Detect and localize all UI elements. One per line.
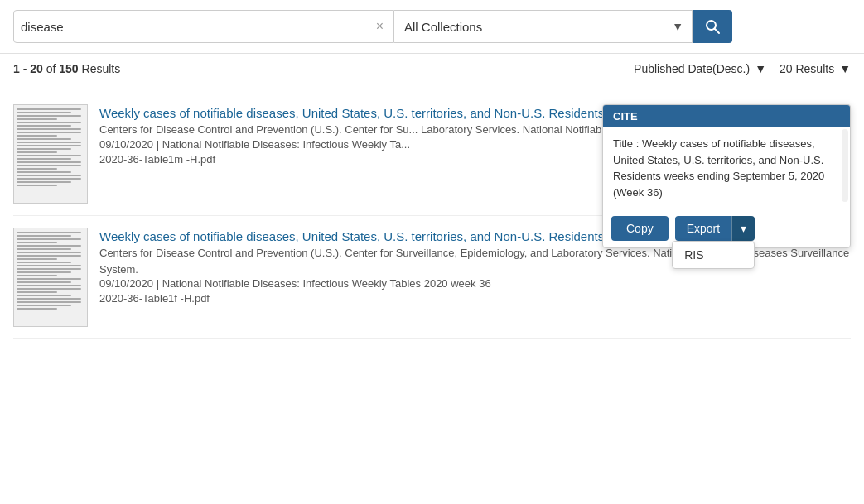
search-input[interactable] — [21, 20, 373, 34]
export-ris-option[interactable]: RIS — [673, 242, 754, 268]
results-header: 1 - 20 of 150 Results Published Date(Des… — [0, 54, 864, 84]
sort-select[interactable]: Published Date(Desc.) ▼ — [634, 62, 766, 75]
result-thumbnail — [13, 228, 88, 327]
collection-select-wrap: All Collections ▼ — [394, 10, 693, 43]
per-page-chevron-icon: ▼ — [839, 62, 851, 75]
export-dropdown: RIS — [672, 241, 755, 269]
cite-popup: CITE Title : Weekly cases of notifiable … — [602, 104, 851, 248]
collection-select[interactable]: All Collections — [404, 20, 682, 34]
cite-popup-header: CITE — [603, 105, 850, 127]
cite-title-value: Weekly cases of notifiable diseases, Uni… — [613, 137, 824, 199]
result-thumbnail — [13, 104, 88, 204]
result-date-collection: 09/10/2020 | National Notifiable Disease… — [99, 277, 851, 290]
per-page-label: 20 Results — [780, 62, 834, 75]
cite-popup-actions: Copy Export ▾ RIS — [603, 209, 850, 247]
table-row: Weekly cases of notifiable diseases, Uni… — [13, 93, 851, 216]
search-bar: × All Collections ▼ — [0, 0, 864, 54]
results-list: Weekly cases of notifiable diseases, Uni… — [0, 84, 864, 348]
export-button[interactable]: Export — [675, 216, 731, 241]
cite-popup-body: Title : Weekly cases of notifiable disea… — [603, 127, 850, 209]
cite-popup-title: CITE — [613, 110, 638, 122]
sort-chevron-icon: ▼ — [755, 62, 766, 75]
copy-button[interactable]: Copy — [611, 216, 669, 241]
export-chevron-icon: ▾ — [741, 222, 746, 235]
cite-title-label: Title : — [613, 137, 639, 150]
search-input-wrap: × — [13, 10, 394, 43]
export-chevron-button[interactable]: ▾ — [731, 216, 755, 241]
search-icon — [704, 18, 721, 35]
result-filename: 2020-36-Table1f -H.pdf — [99, 292, 851, 305]
scrollbar[interactable] — [842, 129, 848, 202]
search-button[interactable] — [693, 10, 732, 43]
export-button-wrap: Export ▾ RIS — [675, 216, 755, 241]
per-page-select[interactable]: 20 Results ▼ — [780, 62, 851, 75]
clear-icon[interactable]: × — [373, 19, 387, 34]
results-count: 1 - 20 of 150 Results — [13, 62, 120, 75]
svg-line-1 — [715, 29, 720, 34]
sort-label: Published Date(Desc.) — [634, 62, 750, 75]
